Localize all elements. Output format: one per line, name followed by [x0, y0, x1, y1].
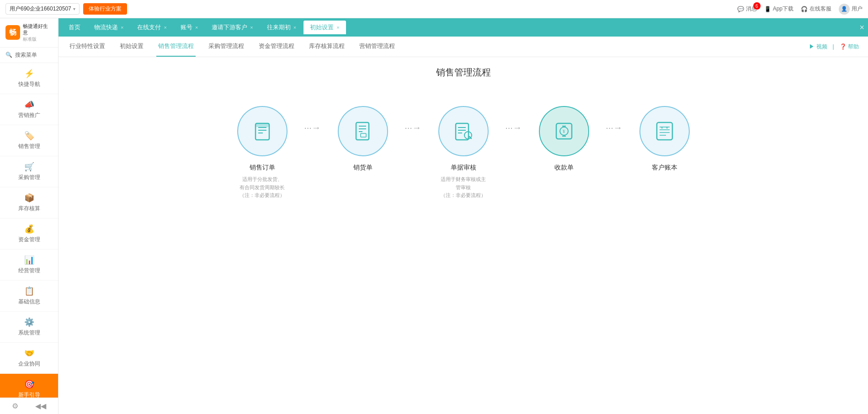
- sub-tab-initial-label: 初始设置: [120, 42, 144, 49]
- nav-tab-online-pay[interactable]: 在线支付 ×: [131, 21, 173, 34]
- sidebar-item-marketing[interactable]: 📣 营销推广: [0, 94, 58, 125]
- nav-tab-initial-label: 初始设置: [310, 23, 334, 32]
- flow-circle-doc-review: [438, 106, 489, 156]
- phone-icon: 📱: [764, 6, 771, 12]
- sidebar-item-label: 销售管理: [18, 143, 40, 150]
- sub-tabs: 行业特性设置 初始设置 销售管理流程 采购管理流程 资金管理流程 库存核算流程 …: [59, 37, 868, 57]
- top-bar: 用户690企业1660120507 ▾ 体验行业方案 💬 消息 6 📱 App下…: [0, 0, 868, 18]
- sidebar-item-inventory[interactable]: 📦 库存核算: [0, 187, 58, 218]
- headset-icon: 🎧: [801, 6, 808, 12]
- nav-tab-invite-label: 邀请下游客户: [212, 23, 247, 32]
- nav-tab-period-label: 往来期初: [267, 23, 291, 32]
- megaphone-icon: 📣: [24, 100, 34, 110]
- nav-tab-invite[interactable]: 邀请下游客户 ×: [205, 21, 259, 34]
- arrow-icon: ···→: [304, 122, 321, 133]
- close-icon[interactable]: ×: [121, 25, 123, 30]
- sidebar-item-enterprise[interactable]: 🤝 企业协同: [0, 343, 58, 374]
- flow-desc-doc-review: 适用于财务审核或主管审核（注：非必要流程）: [441, 175, 486, 200]
- sub-tab-purchase-flow-label: 采购管理流程: [208, 42, 244, 49]
- user-avatar-item[interactable]: 👤 用户: [839, 4, 863, 15]
- sidebar-item-label: 资金管理: [18, 236, 40, 244]
- settings-bottom-icon[interactable]: ⚙: [12, 402, 18, 410]
- nav-tab-logistics[interactable]: 物流快递 ×: [88, 21, 130, 34]
- flow-arrow-4: ···→: [601, 106, 628, 133]
- app-download-label: App下载: [773, 5, 793, 13]
- sidebar-item-label: 基础信息: [18, 298, 40, 306]
- flow-label-receipt: 收款单: [554, 164, 574, 172]
- user-selector[interactable]: 用户690企业1660120507 ▾: [5, 3, 80, 15]
- main-area: 首页 物流快递 × 在线支付 × 账号 × 邀请下游客户 × 往来期初 ×: [59, 18, 868, 414]
- clipboard-icon: 📋: [24, 286, 34, 296]
- sub-tab-industry-label: 行业特性设置: [69, 42, 105, 49]
- sub-tab-marketing-flow[interactable]: 营销管理流程: [357, 37, 397, 57]
- sub-tab-industry[interactable]: 行业特性设置: [68, 37, 107, 57]
- sub-tab-sales-flow-label: 销售管理流程: [158, 42, 194, 49]
- nav-tab-account[interactable]: 账号 ×: [174, 21, 204, 34]
- customer-ledger-icon: ¥ ¥: [653, 120, 676, 143]
- sidebar-item-label: 采购管理: [18, 174, 40, 181]
- flow-label-sales-invoice: 销货单: [353, 164, 373, 172]
- cart-icon: 🛒: [24, 162, 34, 172]
- experience-button[interactable]: 体验行业方案: [83, 3, 127, 15]
- help-link[interactable]: ❓ 帮助: [840, 43, 859, 51]
- flow-step-sales-invoice: 销货单: [326, 106, 399, 175]
- sidebar-item-label: 新手引导: [18, 391, 40, 398]
- collapse-icon[interactable]: ◀◀: [35, 402, 46, 410]
- nav-tab-logistics-label: 物流快递: [94, 23, 118, 32]
- flow-label-doc-review: 单据审核: [451, 164, 476, 172]
- sub-tab-purchase-flow[interactable]: 采购管理流程: [207, 37, 246, 57]
- nav-tab-home[interactable]: 首页: [62, 21, 87, 34]
- sidebar-logo: 畅 畅捷通好生意 标准版: [0, 18, 58, 48]
- video-label: 视频: [816, 43, 827, 50]
- chart-icon: 📊: [24, 255, 34, 265]
- flow-circle-customer-ledger: ¥ ¥: [639, 106, 690, 156]
- lightning-icon: ⚡: [24, 69, 34, 79]
- flow-step-sales-order: 销售订单 适用于分批发货、有合同发货周期较长（注：非必要流程）: [226, 106, 299, 200]
- svg-text:¥: ¥: [660, 126, 663, 130]
- sub-tab-capital-flow-label: 资金管理流程: [259, 42, 294, 49]
- sidebar-item-label: 快捷导航: [18, 80, 40, 88]
- sidebar-item-base-info[interactable]: 📋 基础信息: [0, 281, 58, 312]
- close-icon[interactable]: ×: [250, 25, 253, 30]
- nav-tab-account-label: 账号: [181, 23, 192, 32]
- online-service-label: 在线客服: [809, 5, 831, 13]
- chevron-down-icon: ▾: [73, 6, 75, 11]
- svg-text:¥: ¥: [666, 126, 668, 130]
- sidebar-item-sales[interactable]: 🏷️ 销售管理: [0, 125, 58, 156]
- nav-tab-initial-setup[interactable]: 初始设置 ×: [304, 21, 346, 34]
- close-icon[interactable]: ×: [293, 25, 296, 30]
- sidebar-item-operations[interactable]: 📊 经营管理: [0, 249, 58, 281]
- close-icon[interactable]: ×: [195, 25, 198, 30]
- page-title: 销售管理流程: [68, 66, 859, 79]
- sidebar-item-quick-nav[interactable]: ⚡ 快捷导航: [0, 63, 58, 94]
- sub-tab-sales-flow[interactable]: 销售管理流程: [156, 37, 196, 57]
- close-icon[interactable]: ×: [336, 25, 339, 30]
- sidebar-item-finance[interactable]: 💰 资金管理: [0, 218, 58, 249]
- flow-label-sales-order: 销售订单: [250, 164, 275, 172]
- messages-item[interactable]: 💬 消息 6: [737, 5, 757, 13]
- money-icon: 💰: [24, 224, 34, 234]
- close-all-icon[interactable]: ×: [859, 23, 864, 32]
- sub-tab-initial[interactable]: 初始设置: [118, 37, 145, 57]
- sub-tab-capital-flow[interactable]: 资金管理流程: [257, 37, 296, 57]
- sidebar-item-system[interactable]: ⚙️ 系统管理: [0, 312, 58, 343]
- online-service-item[interactable]: 🎧 在线客服: [801, 5, 831, 13]
- flow-arrow-3: ···→: [500, 106, 527, 133]
- sidebar-item-label: 系统管理: [18, 329, 40, 337]
- nav-tabs: 首页 物流快递 × 在线支付 × 账号 × 邀请下游客户 × 往来期初 ×: [59, 18, 868, 37]
- flow-label-customer-ledger: 客户账本: [652, 164, 677, 172]
- sub-tab-inventory-flow[interactable]: 库存核算流程: [307, 37, 346, 57]
- search-icon: 🔍: [5, 52, 12, 58]
- avatar: 👤: [839, 4, 850, 15]
- app-download-item[interactable]: 📱 App下载: [764, 5, 793, 13]
- handshake-icon: 🤝: [24, 348, 34, 358]
- close-icon[interactable]: ×: [164, 25, 166, 30]
- nav-tab-period[interactable]: 往来期初 ×: [261, 21, 303, 34]
- help-label: 帮助: [848, 43, 859, 50]
- flow-desc-sales-order: 适用于分批发货、有合同发货周期较长（注：非必要流程）: [240, 175, 285, 200]
- video-link[interactable]: ▶ 视频: [809, 43, 827, 51]
- sidebar-item-purchase[interactable]: 🛒 采购管理: [0, 156, 58, 187]
- logo-text: 畅捷通好生意: [23, 23, 53, 36]
- sidebar-item-new-guide[interactable]: 🎯 新手引导: [0, 374, 58, 398]
- sidebar-search[interactable]: 🔍 搜索菜单: [0, 48, 58, 63]
